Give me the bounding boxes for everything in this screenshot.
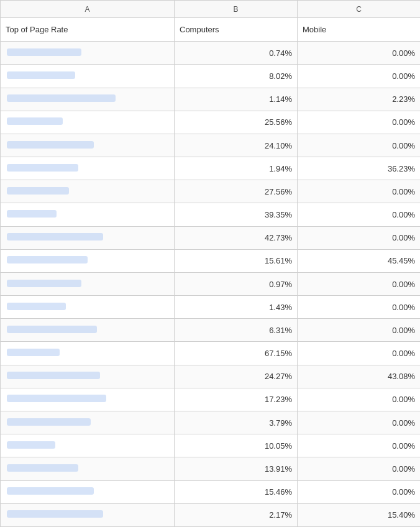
mobile-value: 0.00%	[298, 411, 421, 434]
mobile-value: 36.23%	[298, 157, 421, 180]
computers-value: 10.05%	[175, 434, 298, 457]
mobile-value: 0.00%	[298, 342, 421, 365]
col-b-subheader: Computers	[175, 18, 298, 42]
blurred-cell	[1, 134, 175, 157]
table-row: 24.27%43.08%	[1, 365, 421, 388]
table-row: 6.31%0.00%	[1, 319, 421, 342]
mobile-value: 15.40%	[298, 503, 421, 526]
computers-value: 27.56%	[175, 180, 298, 203]
blurred-cell	[1, 411, 175, 434]
mobile-value: 0.00%	[298, 65, 421, 88]
table-row: 67.15%0.00%	[1, 342, 421, 365]
mobile-value: 0.00%	[298, 434, 421, 457]
computers-value: 17.23%	[175, 388, 298, 411]
computers-value: 1.94%	[175, 157, 298, 180]
table-row: 24.10%0.00%	[1, 134, 421, 157]
table-row: 27.56%0.00%	[1, 180, 421, 203]
col-a-subheader: Top of Page Rate	[1, 18, 175, 42]
computers-value: 1.43%	[175, 296, 298, 319]
mobile-value: 0.00%	[298, 111, 421, 134]
table-row: 0.74%0.00%	[1, 42, 421, 65]
blurred-cell	[1, 42, 175, 65]
col-c-subheader: Mobile	[298, 18, 421, 42]
computers-value: 42.73%	[175, 226, 298, 249]
table-row: 0.97%0.00%	[1, 272, 421, 295]
table-row: 25.56%0.00%	[1, 111, 421, 134]
table-row: 2.17%15.40%	[1, 503, 421, 526]
mobile-value: 0.00%	[298, 203, 421, 226]
computers-value: 39.35%	[175, 203, 298, 226]
mobile-value: 0.00%	[298, 226, 421, 249]
table-row: 8.02%0.00%	[1, 65, 421, 88]
computers-value: 15.61%	[175, 249, 298, 272]
mobile-value: 0.00%	[298, 457, 421, 480]
mobile-value: 2.23%	[298, 88, 421, 111]
computers-value: 24.27%	[175, 365, 298, 388]
blurred-cell	[1, 272, 175, 295]
blurred-cell	[1, 226, 175, 249]
mobile-value: 0.00%	[298, 388, 421, 411]
blurred-cell	[1, 319, 175, 342]
col-c-header[interactable]: C	[298, 1, 421, 18]
blurred-cell	[1, 434, 175, 457]
mobile-value: 0.00%	[298, 319, 421, 342]
computers-value: 25.56%	[175, 111, 298, 134]
mobile-value: 43.08%	[298, 365, 421, 388]
spreadsheet-table: A B C Top of Page Rate Computers Mobile …	[0, 0, 420, 527]
mobile-value: 0.00%	[298, 134, 421, 157]
computers-value: 67.15%	[175, 342, 298, 365]
mobile-value: 0.00%	[298, 42, 421, 65]
blurred-cell	[1, 180, 175, 203]
computers-value: 15.46%	[175, 480, 298, 503]
blurred-cell	[1, 203, 175, 226]
blurred-cell	[1, 503, 175, 526]
computers-value: 0.74%	[175, 42, 298, 65]
computers-value: 6.31%	[175, 319, 298, 342]
blurred-cell	[1, 365, 175, 388]
table-row: 1.43%0.00%	[1, 296, 421, 319]
col-b-header[interactable]: B	[175, 1, 298, 18]
table-row: 3.79%0.00%	[1, 411, 421, 434]
blurred-cell	[1, 249, 175, 272]
computers-value: 3.79%	[175, 411, 298, 434]
blurred-cell	[1, 296, 175, 319]
table-row: 15.46%0.00%	[1, 480, 421, 503]
mobile-value: 0.00%	[298, 296, 421, 319]
subheader-row: Top of Page Rate Computers Mobile	[1, 18, 421, 42]
mobile-value: 45.45%	[298, 249, 421, 272]
table-row: 1.94%36.23%	[1, 157, 421, 180]
computers-value: 13.91%	[175, 457, 298, 480]
blurred-cell	[1, 457, 175, 480]
table-row: 42.73%0.00%	[1, 226, 421, 249]
table-row: 39.35%0.00%	[1, 203, 421, 226]
column-header-row: A B C	[1, 1, 421, 18]
mobile-value: 0.00%	[298, 480, 421, 503]
col-a-header[interactable]: A	[1, 1, 175, 18]
table-row: 15.61%45.45%	[1, 249, 421, 272]
computers-value: 8.02%	[175, 65, 298, 88]
table-row: 17.23%0.00%	[1, 388, 421, 411]
blurred-cell	[1, 111, 175, 134]
blurred-cell	[1, 388, 175, 411]
computers-value: 2.17%	[175, 503, 298, 526]
table-row: 13.91%0.00%	[1, 457, 421, 480]
table-row: 10.05%0.00%	[1, 434, 421, 457]
computers-value: 1.14%	[175, 88, 298, 111]
blurred-cell	[1, 480, 175, 503]
blurred-cell	[1, 157, 175, 180]
mobile-value: 0.00%	[298, 180, 421, 203]
mobile-value: 0.00%	[298, 272, 421, 295]
blurred-cell	[1, 65, 175, 88]
blurred-cell	[1, 342, 175, 365]
table-row: 1.14%2.23%	[1, 88, 421, 111]
blurred-cell	[1, 88, 175, 111]
computers-value: 24.10%	[175, 134, 298, 157]
computers-value: 0.97%	[175, 272, 298, 295]
